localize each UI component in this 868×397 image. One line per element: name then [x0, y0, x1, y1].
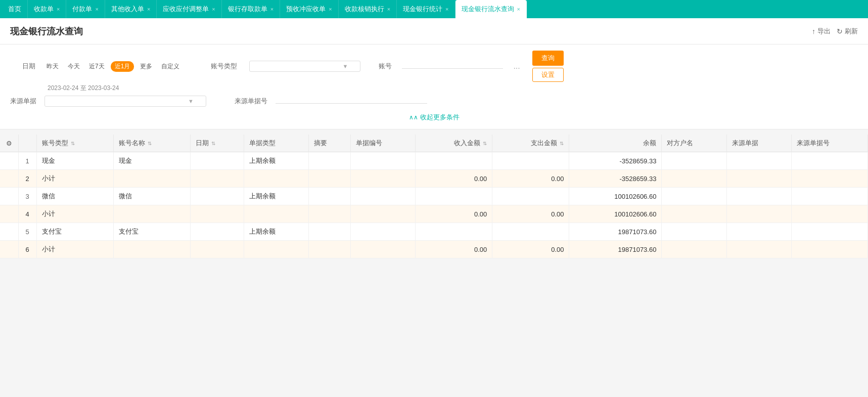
cell-balance: 100102606.60 — [569, 188, 662, 205]
cell-source-doc — [726, 205, 791, 223]
cell-account-type: 小计 — [36, 205, 113, 223]
close-icon[interactable]: × — [329, 6, 332, 12]
nav-xianjinyinhang[interactable]: 现金银行统计 × — [397, 0, 455, 18]
cell-gear — [0, 170, 18, 188]
cell-expense — [492, 188, 569, 205]
col-expense[interactable]: 支出金额 ⇅ — [492, 135, 569, 152]
query-button[interactable]: 查询 — [532, 51, 564, 66]
cell-date — [190, 188, 244, 205]
nav-shoukuanhexiao[interactable]: 收款核销执行 × — [339, 0, 397, 18]
filter-row-source: 来源单据 ▼ 来源单据号 — [10, 96, 858, 107]
cell-balance: 19871073.60 — [569, 241, 662, 258]
cell-summary — [309, 223, 351, 241]
date-opt-yesterday[interactable]: 昨天 — [43, 61, 62, 72]
cell-num: 6 — [18, 241, 36, 258]
cell-doc-num — [351, 241, 416, 258]
cell-source-doc-num — [791, 188, 867, 205]
nav-qitashouru[interactable]: 其他收入单 × — [105, 0, 157, 18]
cell-num: 4 — [18, 205, 36, 223]
cell-account-name: 微信 — [113, 188, 190, 205]
nav-fukuandan[interactable]: 付款单 × — [66, 0, 105, 18]
close-icon[interactable]: × — [445, 6, 448, 12]
data-table-container: ⚙ 账号类型 ⇅ 账号名称 ⇅ 日期 ⇅ 单据类型 摘要 单据编号 — [0, 135, 868, 258]
close-icon[interactable]: × — [212, 6, 215, 12]
cell-account-type: 支付宝 — [36, 223, 113, 241]
col-income[interactable]: 收入金额 ⇅ — [416, 135, 492, 152]
sort-icon: ⇅ — [71, 141, 75, 146]
nav-yinhangcunqu[interactable]: 银行存取款单 × — [222, 0, 280, 18]
date-opt-more[interactable]: 更多 — [137, 61, 155, 72]
close-icon[interactable]: × — [517, 6, 520, 12]
close-icon[interactable]: × — [270, 6, 273, 12]
cell-gear — [0, 205, 18, 223]
nav-liushui-active[interactable]: 现金银行流水查询 × — [455, 0, 527, 18]
col-source-doc: 来源单据 — [726, 135, 791, 152]
col-date[interactable]: 日期 ⇅ — [190, 135, 244, 152]
cell-source-doc — [726, 170, 791, 188]
cell-date — [190, 223, 244, 241]
cell-gear — [0, 241, 18, 258]
account-type-select[interactable]: ▼ — [249, 61, 360, 72]
source-doc-num-input[interactable] — [276, 99, 427, 104]
cell-account-name — [113, 241, 190, 258]
source-doc-select[interactable]: ▼ — [44, 96, 206, 107]
cell-source-doc — [726, 223, 791, 241]
close-icon[interactable]: × — [95, 6, 98, 12]
cell-account-type: 现金 — [36, 152, 113, 170]
cell-counterpart — [662, 223, 726, 241]
cell-date — [190, 241, 244, 258]
cell-doc-num — [351, 188, 416, 205]
dropdown-icon: ▼ — [342, 63, 348, 69]
export-icon: ↑ — [812, 27, 815, 35]
close-icon[interactable]: × — [387, 6, 390, 12]
table-header-row: ⚙ 账号类型 ⇅ 账号名称 ⇅ 日期 ⇅ 单据类型 摘要 单据编号 — [0, 135, 868, 152]
cell-date — [190, 170, 244, 188]
setting-button[interactable]: 设置 — [532, 68, 564, 82]
top-navigation: 首页 收款单 × 付款单 × 其他收入单 × 应收应付调整单 × 银行存取款单 … — [0, 0, 868, 18]
cell-account-name: 现金 — [113, 152, 190, 170]
export-button[interactable]: ↑ 导出 — [812, 27, 831, 36]
header-actions: ↑ 导出 ↻ 刷新 — [812, 27, 858, 36]
nav-home[interactable]: 首页 — [2, 0, 28, 18]
collapse-filter-button[interactable]: ∧∧ 收起更多条件 — [10, 111, 858, 125]
cell-doc-type: 上期余额 — [244, 188, 309, 205]
account-input[interactable] — [402, 64, 503, 69]
date-opt-1month[interactable]: 近1月 — [111, 61, 134, 72]
account-label: 账号 — [379, 62, 394, 71]
cell-income — [416, 152, 492, 170]
col-account-type[interactable]: 账号类型 ⇅ — [36, 135, 113, 152]
cell-income: 0.00 — [416, 241, 492, 258]
cell-doc-num — [351, 205, 416, 223]
close-icon[interactable]: × — [147, 6, 150, 12]
close-icon[interactable]: × — [57, 6, 60, 12]
cell-expense — [492, 152, 569, 170]
nav-yingshouyingfu[interactable]: 应收应付调整单 × — [157, 0, 221, 18]
cell-balance: -3528659.33 — [569, 152, 662, 170]
col-counterpart: 对方户名 — [662, 135, 726, 152]
cell-doc-num — [351, 152, 416, 170]
more-icon[interactable]: ... — [513, 62, 520, 71]
col-doc-num: 单据编号 — [351, 135, 416, 152]
cell-doc-num — [351, 170, 416, 188]
date-opt-today[interactable]: 今天 — [65, 61, 83, 72]
cell-source-doc-num — [791, 223, 867, 241]
table-row: 3微信微信上期余额100102606.60 — [0, 188, 868, 205]
refresh-button[interactable]: ↻ 刷新 — [837, 27, 858, 36]
collapse-label: 收起更多条件 — [420, 113, 460, 122]
cell-counterpart — [662, 241, 726, 258]
cell-expense: 0.00 — [492, 241, 569, 258]
date-opt-custom[interactable]: 自定义 — [158, 61, 182, 72]
cell-expense: 0.00 — [492, 205, 569, 223]
col-settings[interactable]: ⚙ — [0, 135, 18, 152]
source-doc-label: 来源单据 — [10, 97, 36, 106]
cell-doc-type — [244, 241, 309, 258]
nav-yushourchong[interactable]: 预收冲应收单 × — [280, 0, 338, 18]
cell-num: 5 — [18, 223, 36, 241]
data-table: ⚙ 账号类型 ⇅ 账号名称 ⇅ 日期 ⇅ 单据类型 摘要 单据编号 — [0, 135, 868, 258]
date-opt-7days[interactable]: 近7天 — [86, 61, 108, 72]
cell-source-doc-num — [791, 205, 867, 223]
cell-counterpart — [662, 170, 726, 188]
nav-shoukuandan[interactable]: 收款单 × — [28, 0, 66, 18]
col-account-name[interactable]: 账号名称 ⇅ — [113, 135, 190, 152]
dropdown-icon: ▼ — [188, 98, 194, 104]
